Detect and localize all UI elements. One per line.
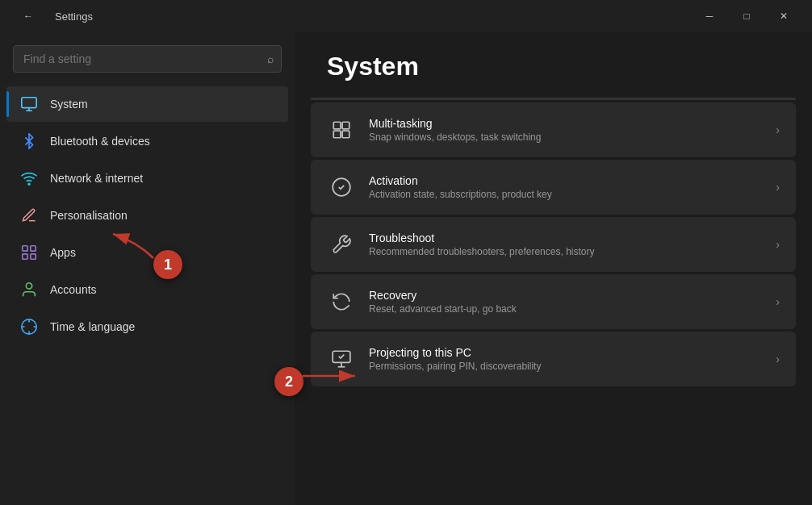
close-button[interactable]: ✕ xyxy=(765,4,802,28)
back-button[interactable]: ← xyxy=(10,4,47,28)
apps-label: Apps xyxy=(50,246,76,259)
activation-desc: Activation state, subscriptions, product… xyxy=(369,189,776,200)
sidebar-item-network[interactable]: Network & internet xyxy=(6,161,288,196)
page-title: System xyxy=(327,52,780,81)
bluetooth-label: Bluetooth & devices xyxy=(50,135,150,148)
multitasking-text: Multi-tasking Snap windows, desktops, ta… xyxy=(369,117,776,143)
sidebar-item-time[interactable]: Time & language xyxy=(6,309,288,344)
activation-chevron: › xyxy=(776,181,780,194)
troubleshoot-chevron: › xyxy=(776,238,780,251)
svg-rect-5 xyxy=(31,246,36,251)
bluetooth-icon xyxy=(19,131,39,151)
sidebar: ⌕ System Bluetooth & devices xyxy=(0,32,295,505)
projecting-name: Projecting to this PC xyxy=(369,346,776,359)
projecting-icon xyxy=(327,344,356,374)
content-area: System Multi-tasking Snap windows, deskt… xyxy=(295,32,812,505)
setting-troubleshoot[interactable]: Troubleshoot Recommended troubleshooters… xyxy=(311,217,796,272)
troubleshoot-name: Troubleshoot xyxy=(369,232,776,244)
troubleshoot-text: Troubleshoot Recommended troubleshooters… xyxy=(369,232,776,257)
minimize-button[interactable]: ─ xyxy=(691,4,728,28)
activation-name: Activation xyxy=(369,174,776,187)
recovery-name: Recovery xyxy=(369,289,776,302)
content-header: System xyxy=(295,32,812,98)
svg-rect-11 xyxy=(342,122,349,129)
titlebar-left: ← Settings xyxy=(10,4,93,28)
sidebar-item-accounts[interactable]: Accounts xyxy=(6,272,288,307)
multitasking-icon xyxy=(327,115,356,144)
svg-rect-10 xyxy=(333,122,341,129)
personalisation-icon xyxy=(19,206,39,225)
search-input[interactable] xyxy=(13,45,282,73)
troubleshoot-desc: Recommended troubleshooters, preferences… xyxy=(369,246,776,257)
svg-rect-7 xyxy=(31,254,36,259)
multitasking-chevron: › xyxy=(776,123,780,136)
apps-icon xyxy=(19,243,39,262)
settings-list: Multi-tasking Snap windows, desktops, ta… xyxy=(295,102,812,386)
personalisation-label: Personalisation xyxy=(50,209,128,222)
main-layout: ⌕ System Bluetooth & devices xyxy=(0,32,812,505)
setting-projecting[interactable]: Projecting to this PC Permissions, pairi… xyxy=(311,332,796,386)
top-divider xyxy=(311,98,796,100)
system-label: System xyxy=(50,98,88,111)
svg-rect-0 xyxy=(22,98,36,108)
sidebar-item-system[interactable]: System xyxy=(6,86,288,122)
app-title: Settings xyxy=(55,10,93,23)
recovery-icon xyxy=(327,287,356,316)
activation-icon xyxy=(327,173,356,202)
accounts-icon xyxy=(19,280,39,299)
recovery-chevron: › xyxy=(776,295,780,308)
projecting-chevron: › xyxy=(776,353,780,365)
sidebar-item-apps[interactable]: Apps xyxy=(6,235,288,270)
window-controls: ─ □ ✕ xyxy=(691,4,802,28)
multitasking-desc: Snap windows, desktops, task switching xyxy=(369,131,776,143)
sidebar-item-bluetooth[interactable]: Bluetooth & devices xyxy=(6,123,288,159)
accounts-label: Accounts xyxy=(50,283,97,296)
setting-activation[interactable]: Activation Activation state, subscriptio… xyxy=(311,160,796,215)
svg-point-8 xyxy=(26,283,31,289)
system-icon xyxy=(19,94,39,114)
projecting-desc: Permissions, pairing PIN, discoverabilit… xyxy=(369,361,776,372)
network-label: Network & internet xyxy=(50,172,143,185)
projecting-text: Projecting to this PC Permissions, pairi… xyxy=(369,346,776,372)
maximize-button[interactable]: □ xyxy=(728,4,765,28)
setting-multitasking[interactable]: Multi-tasking Snap windows, desktops, ta… xyxy=(311,102,796,157)
sidebar-item-personalisation[interactable]: Personalisation xyxy=(6,198,288,233)
svg-rect-12 xyxy=(333,131,341,138)
time-label: Time & language xyxy=(50,320,135,333)
svg-rect-6 xyxy=(23,254,27,259)
search-section: ⌕ xyxy=(13,45,282,73)
svg-rect-13 xyxy=(342,131,349,138)
troubleshoot-icon xyxy=(327,230,356,259)
svg-point-3 xyxy=(28,183,30,185)
search-wrapper: ⌕ xyxy=(13,45,282,73)
svg-rect-4 xyxy=(23,246,27,251)
recovery-text: Recovery Reset, advanced start-up, go ba… xyxy=(369,289,776,315)
titlebar: ← Settings ─ □ ✕ xyxy=(0,0,812,32)
multitasking-name: Multi-tasking xyxy=(369,117,776,130)
time-icon xyxy=(19,317,39,336)
setting-recovery[interactable]: Recovery Reset, advanced start-up, go ba… xyxy=(311,274,796,329)
recovery-desc: Reset, advanced start-up, go back xyxy=(369,303,776,315)
activation-text: Activation Activation state, subscriptio… xyxy=(369,174,776,200)
network-icon xyxy=(19,169,39,188)
